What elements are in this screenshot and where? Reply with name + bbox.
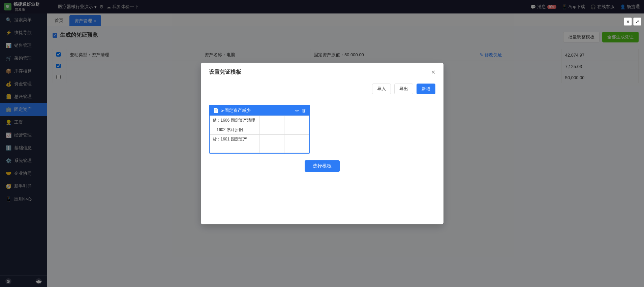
template-delete-icon[interactable]: 🗑 xyxy=(302,108,306,113)
template-header-actions: ✏ 🗑 xyxy=(295,108,306,113)
entry-direction-4 xyxy=(210,144,259,153)
modal-overlay: ✕ ⤢ 设置凭证模板 ✕ 导入 导出 新增 📄 5-固定资产减少 xyxy=(0,0,644,287)
entry-direction-2: 1602 累计折旧 xyxy=(210,125,259,135)
select-template-container: 选择模板 xyxy=(209,160,435,172)
import-btn[interactable]: 导入 xyxy=(372,84,391,94)
window-controls: ✕ ⤢ xyxy=(624,18,641,26)
entry-col3-3 xyxy=(284,135,309,144)
modal-body: 📄 5-固定资产减少 ✏ 🗑 借：1606 固定资产清理 xyxy=(201,98,443,224)
entry-col3-4 xyxy=(284,144,309,153)
entry-col3-2 xyxy=(284,125,309,135)
expand-window-btn[interactable]: ⤢ xyxy=(633,18,641,26)
modal-close-btn[interactable]: ✕ xyxy=(431,69,435,75)
modal-dialog: 设置凭证模板 ✕ 导入 导出 新增 📄 5-固定资产减少 ✏ 🗑 xyxy=(201,63,443,224)
modal-header: 设置凭证模板 ✕ xyxy=(201,63,443,80)
close-window-icon: ✕ xyxy=(626,19,630,24)
modal-title: 设置凭证模板 xyxy=(209,69,241,76)
new-btn[interactable]: 新增 xyxy=(417,84,435,94)
template-doc-icon: 📄 xyxy=(213,108,219,113)
template-entry-row xyxy=(210,144,309,153)
expand-window-icon: ⤢ xyxy=(636,19,639,24)
export-btn[interactable]: 导出 xyxy=(394,84,413,94)
entry-amount-2 xyxy=(259,125,284,135)
template-entry-row: 1602 累计折旧 xyxy=(210,125,309,135)
entry-amount-1 xyxy=(259,116,284,125)
close-window-btn[interactable]: ✕ xyxy=(624,18,632,26)
template-entry-row: 贷：1601 固定资产 xyxy=(210,135,309,144)
template-header-left: 📄 5-固定资产减少 xyxy=(213,107,251,114)
entry-amount-4 xyxy=(259,144,284,153)
modal-toolbar: 导入 导出 新增 xyxy=(201,80,443,98)
template-entry-row: 借：1606 固定资产清理 xyxy=(210,116,309,125)
entry-direction-1: 借：1606 固定资产清理 xyxy=(210,116,259,125)
template-entries-table: 借：1606 固定资产清理 1602 累计折旧 贷：1601 固定资产 xyxy=(210,116,309,153)
template-card: 📄 5-固定资产减少 ✏ 🗑 借：1606 固定资产清理 xyxy=(209,105,310,154)
select-template-btn[interactable]: 选择模板 xyxy=(305,160,340,172)
template-body: 借：1606 固定资产清理 1602 累计折旧 贷：1601 固定资产 xyxy=(210,116,309,153)
entry-col3-1 xyxy=(284,116,309,125)
template-name: 5-固定资产减少 xyxy=(221,107,251,114)
entry-amount-3 xyxy=(259,135,284,144)
entry-direction-3: 贷：1601 固定资产 xyxy=(210,135,259,144)
template-header: 📄 5-固定资产减少 ✏ 🗑 xyxy=(210,105,309,116)
template-edit-icon[interactable]: ✏ xyxy=(295,108,299,113)
